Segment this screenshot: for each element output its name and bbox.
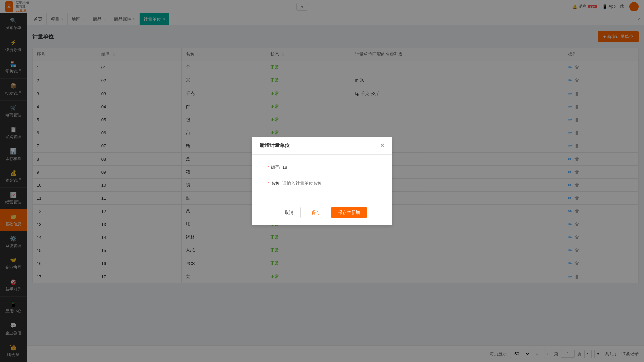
name-required-star: *	[267, 181, 269, 186]
modal-title: 新增计量单位	[260, 142, 290, 149]
save-and-new-button[interactable]: 保存并新增	[331, 207, 367, 218]
cancel-button[interactable]: 取消	[278, 207, 301, 218]
name-input[interactable]	[282, 179, 384, 188]
code-input[interactable]	[282, 163, 384, 172]
modal-body: * 编码 * 名称	[252, 155, 392, 203]
name-form-row: * 名称	[260, 179, 384, 188]
name-label: * 名称	[260, 180, 280, 186]
modal-header: 新增计量单位 ✕	[252, 137, 392, 155]
modal-overlay: 新增计量单位 ✕ * 编码 * 名称 取消 保存 保存并新增	[0, 0, 644, 362]
code-form-row: * 编码	[260, 163, 384, 172]
save-button[interactable]: 保存	[305, 207, 327, 218]
add-unit-modal: 新增计量单位 ✕ * 编码 * 名称 取消 保存 保存并新增	[252, 137, 392, 225]
modal-footer: 取消 保存 保存并新增	[252, 203, 392, 225]
code-label: * 编码	[260, 164, 280, 170]
required-star: *	[267, 165, 269, 170]
modal-close-button[interactable]: ✕	[380, 142, 384, 149]
